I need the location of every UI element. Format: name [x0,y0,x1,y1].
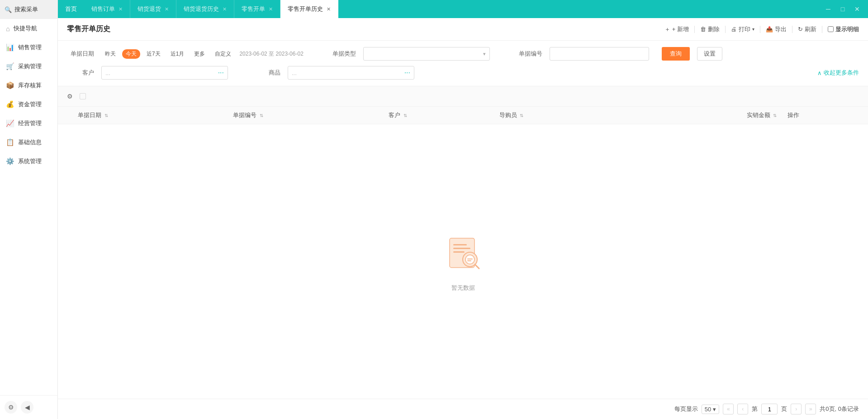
col-action-label: 操作 [787,112,799,118]
delete-button[interactable]: 🗑 删除 [700,25,720,33]
refresh-button[interactable]: ↻ 刷新 [798,25,816,33]
collapse-more-btn[interactable]: ∧ 收起更多条件 [817,69,859,77]
tab-retail-open[interactable]: 零售开单 ✕ [234,0,280,18]
col-guide-label: 导购员 [499,112,517,118]
pagination-last-btn[interactable]: » [805,404,816,414]
sidebar-item-label: 库存核算 [18,81,42,89]
date-btn-7days[interactable]: 近7天 [143,49,164,59]
main-area: 首页 销售订单 ✕ 销货退货 ✕ 销货退货历史 ✕ 零售开单 ✕ 零售开单历史 … [58,0,868,419]
table-settings-icon[interactable]: ⚙ [63,90,76,103]
filter-area: 单据日期 昨天 今天 近7天 近1月 更多 自定义 2023-06-02 至 2… [58,41,868,86]
customer-dots-icon: ··· [218,69,224,77]
tab-sales-order[interactable]: 销售订单 ✕ [84,0,130,18]
date-btn-yesterday[interactable]: 昨天 [101,49,119,59]
cart-icon: 🛒 [6,62,14,71]
date-btn-more[interactable]: 更多 [190,49,209,59]
tab-retail-open-history-label: 零售开单历史 [288,5,323,13]
col-doc-date[interactable]: 单据日期 ⇅ [72,107,228,124]
pagination-page-input[interactable] [761,404,778,414]
pagination: 每页显示 50 ▾ « ‹ 第 页 › » 共0页, 0条记录 [58,399,868,419]
select-all-checkbox[interactable] [80,93,86,99]
svg-rect-8 [467,260,471,261]
toolbar-divider-5 [822,26,822,33]
sidebar-item-quick-nav[interactable]: ⌂ 快捷导航 [0,19,57,38]
print-button[interactable]: 🖨 打印 ▾ [731,25,754,33]
window-minimize-btn[interactable]: ─ [823,4,834,14]
toolbar-divider-2 [725,26,726,33]
sidebar-item-operations[interactable]: 📈 经营管理 [0,114,57,133]
empty-icon [441,231,486,277]
sort-guide-icon[interactable]: ⇅ [520,113,523,118]
tab-sales-return-close[interactable]: ✕ [165,6,169,12]
doc-type-select[interactable]: ▾ [363,47,490,61]
sidebar-item-sales-mgmt[interactable]: 📊 销售管理 [0,38,57,57]
goods-select[interactable]: ... ··· [288,66,414,80]
date-label: 单据日期 [67,50,94,58]
export-label: 导出 [775,25,787,33]
settings-bottom-btn[interactable]: ⚙ [5,401,17,414]
sidebar-item-system-mgmt[interactable]: ⚙️ 系统管理 [0,152,57,171]
customer-select[interactable]: ... ··· [101,66,228,80]
collapse-sidebar-btn[interactable]: ◀ [21,401,33,414]
toolbar-divider-1 [694,26,695,33]
tab-retail-open-history[interactable]: 零售开单历史 ✕ [280,0,338,18]
tab-sales-order-close[interactable]: ✕ [119,6,123,12]
sort-amount-icon[interactable]: ⇅ [773,113,777,118]
sidebar: 🔍 搜索采单 ⌂ 快捷导航 📊 销售管理 🛒 采购管理 📦 库存核算 💰 资金管… [0,0,58,419]
pagination-first-btn[interactable]: « [723,404,734,414]
tab-sales-return-history-label: 销货退货历史 [184,5,219,13]
tab-sales-order-label: 销售订单 [91,5,115,13]
tab-sales-return-history[interactable]: 销货退货历史 ✕ [176,0,234,18]
collapse-label: 收起更多条件 [824,69,859,77]
display-detail-input[interactable] [828,26,834,32]
info-icon: 📋 [6,138,14,146]
window-close-btn[interactable]: ✕ [852,4,863,14]
sidebar-item-basic-info[interactable]: 📋 基础信息 [0,133,57,152]
query-button[interactable]: 查询 [662,47,690,61]
customer-placeholder: ... [105,70,215,76]
toolbar-divider-4 [792,26,792,33]
add-icon: ＋ [664,25,670,33]
content-area: 零售开单历史 ＋ + 新增 🗑 删除 🖨 打印 ▾ [58,18,868,419]
window-maximize-btn[interactable]: □ [837,4,848,14]
sidebar-item-purchase-mgmt[interactable]: 🛒 采购管理 [0,57,57,76]
col-doc-no[interactable]: 单据编号 ⇅ [228,107,383,124]
tab-retail-open-close[interactable]: ✕ [269,6,273,12]
col-guide[interactable]: 导购员 ⇅ [494,107,627,124]
sort-doc-no-icon[interactable]: ⇅ [260,113,263,118]
add-button[interactable]: ＋ + 新增 [664,25,689,33]
sidebar-search[interactable]: 🔍 搜索采单 [0,0,57,19]
sort-doc-date-icon[interactable]: ⇅ [104,113,108,118]
page-size-select[interactable]: 50 ▾ [702,405,719,414]
svg-rect-3 [453,251,465,253]
ops-icon: 📈 [6,119,14,127]
tab-home[interactable]: 首页 [58,0,84,18]
col-customer[interactable]: 客户 ⇅ [383,107,494,124]
col-checkbox [58,107,72,124]
tab-retail-open-history-close[interactable]: ✕ [327,6,331,12]
tab-sales-return[interactable]: 销货退货 ✕ [130,0,176,18]
filter-row-2: 客户 ... ··· 商品 ... ··· ∧ 收起更多条件 [67,66,859,80]
col-amount[interactable]: 实销金额 ⇅ [627,107,782,124]
sort-customer-icon[interactable]: ⇅ [403,113,407,118]
doc-no-input[interactable] [550,47,649,61]
goods-dots-icon: ··· [404,69,410,77]
date-btn-1month[interactable]: 近1月 [167,49,188,59]
toolbar: ＋ + 新增 🗑 删除 🖨 打印 ▾ 📤 导出 [664,25,859,40]
sidebar-item-inventory[interactable]: 📦 库存核算 [0,76,57,95]
tab-sales-return-history-close[interactable]: ✕ [223,6,227,12]
display-detail-checkbox[interactable]: 显示明细 [828,25,859,33]
date-btn-today[interactable]: 今天 [122,49,140,59]
pagination-page-suffix: 页 [781,405,787,413]
sidebar-item-finance[interactable]: 💰 资金管理 [0,95,57,114]
doc-type-chevron-icon: ▾ [483,51,486,57]
toolbar-divider-3 [760,26,760,33]
page-size-value: 50 [705,406,711,413]
pagination-prev-btn[interactable]: ‹ [737,404,748,414]
date-btn-custom[interactable]: 自定义 [211,49,235,59]
setting-button[interactable]: 设置 [697,47,722,61]
pagination-next-btn[interactable]: › [791,404,802,414]
refresh-label: 刷新 [805,25,816,33]
export-button[interactable]: 📤 导出 [766,25,787,33]
col-doc-no-label: 单据编号 [233,112,256,118]
